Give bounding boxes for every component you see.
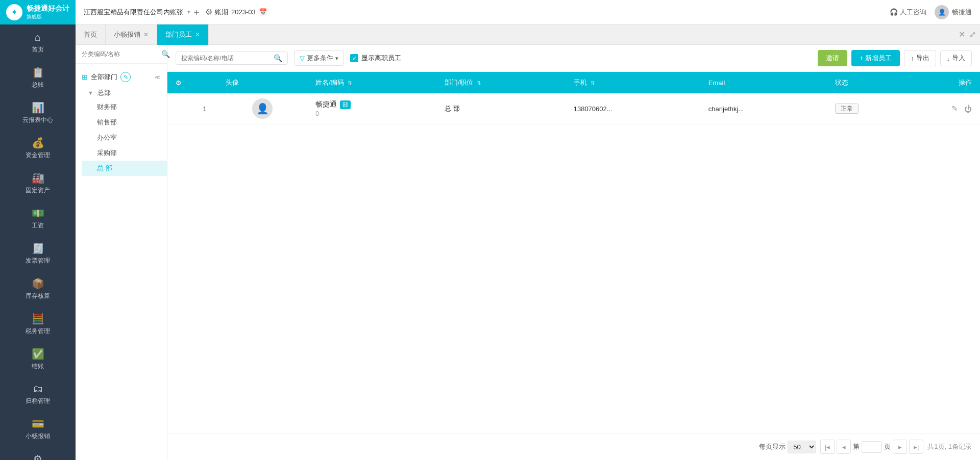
- filter-button[interactable]: ▽ 更多条件 ▾: [294, 50, 344, 66]
- dept-node-general[interactable]: 总 部: [82, 161, 167, 176]
- sidebar-item-assets[interactable]: 🏭 固定资产: [0, 165, 76, 200]
- period-label: 账期: [215, 8, 228, 17]
- th-action: 操作: [919, 72, 980, 93]
- page-size-select[interactable]: 50 20 100: [788, 441, 816, 453]
- th-dept[interactable]: 部门/职位 ⇅: [436, 72, 566, 93]
- avatar: 👤: [252, 98, 273, 119]
- sidebar-item-expense[interactable]: 💳 小畅报销: [0, 411, 76, 446]
- pagination: 每页显示 50 20 100 |◂ ◂ 第 1 页 ▸: [167, 433, 980, 460]
- sidebar-item-archive[interactable]: 🗂 归档管理: [0, 376, 76, 411]
- import-icon: ↓: [947, 55, 950, 62]
- import-button[interactable]: ↓ 导入: [940, 50, 972, 66]
- dept-tree-nodes: ▼ 总部 财务部 销售部 办公室 采购部 总 部: [76, 86, 167, 176]
- tab-expense-close[interactable]: ✕: [143, 31, 149, 38]
- th-name[interactable]: 姓名/编码 ⇅: [307, 72, 436, 93]
- employee-toolbar: 🔍 ▽ 更多条件 ▾ ✓ 显示离职员工 邀请 + 新增员工: [167, 45, 980, 72]
- tax-icon: 🧮: [32, 313, 44, 325]
- export-button[interactable]: ↑ 导出: [904, 50, 936, 66]
- dept-node-purchase[interactable]: 采购部: [82, 145, 167, 161]
- td-status: 正常: [827, 93, 919, 124]
- show-resign-label: 显示离职员工: [361, 54, 401, 63]
- tab-controls: ✕ ⤢: [959, 30, 980, 39]
- dept-search-input[interactable]: [82, 50, 158, 58]
- sidebar-label-archive: 归档管理: [26, 397, 50, 405]
- support-button[interactable]: 🎧 人工咨询: [890, 8, 926, 17]
- logout-icon[interactable]: ⏻: [964, 105, 972, 113]
- name-row: 畅捷通 部: [315, 100, 428, 109]
- sidebar-item-reports[interactable]: 📊 云报表中心: [0, 94, 76, 130]
- th-name-label: 姓名/编码: [315, 79, 344, 86]
- th-status-label: 状态: [835, 79, 848, 86]
- dept-node-office[interactable]: 办公室: [82, 130, 167, 145]
- sidebar-item-ledger[interactable]: 📋 总账: [0, 59, 76, 94]
- import-label: 导入: [952, 54, 965, 63]
- page-size-label: 每页显示: [759, 442, 786, 451]
- assets-icon: 🏭: [32, 172, 44, 184]
- sidebar-item-closing[interactable]: ✅ 结账: [0, 341, 76, 376]
- prev-page-button[interactable]: ◂: [837, 440, 851, 454]
- sidebar-label-finance: 资金管理: [26, 151, 50, 160]
- page-number-input[interactable]: 1: [862, 441, 882, 453]
- calendar-icon[interactable]: 📅: [259, 8, 267, 16]
- invite-button[interactable]: 邀请: [818, 50, 847, 66]
- app-logo[interactable]: ✦ 畅捷通好会计 旗舰版: [0, 0, 76, 24]
- add-account-button[interactable]: ＋: [190, 6, 203, 18]
- td-settings-cell: [167, 93, 192, 124]
- th-action-label: 操作: [959, 79, 972, 86]
- dept-all-header[interactable]: ⊞ 全部部门 ✎ ≪: [76, 68, 167, 86]
- collapse-icon[interactable]: ≪: [155, 74, 161, 81]
- th-phone[interactable]: 手机 ⇅: [566, 72, 700, 93]
- name-cell: 畅捷通 部 0: [315, 100, 428, 117]
- sidebar-item-inventory[interactable]: 📦 库存核算: [0, 270, 76, 305]
- tab-home-label: 首页: [84, 30, 97, 39]
- company-name: 江西服宝精品有限责任公司内账张: [84, 8, 183, 17]
- td-index: 1: [192, 93, 217, 124]
- inventory-icon: 📦: [32, 277, 44, 290]
- tab-expand-button[interactable]: ⤢: [969, 30, 976, 39]
- th-dept-label: 部门/职位: [445, 79, 473, 86]
- home-icon: ⌂: [35, 32, 41, 43]
- last-page-button[interactable]: ▸|: [909, 440, 923, 454]
- gear-icon[interactable]: ⚙: [203, 6, 215, 18]
- tab-home[interactable]: 首页: [76, 24, 106, 45]
- dept-node-sales[interactable]: 销售部: [82, 115, 167, 130]
- add-employee-button[interactable]: + 新增员工: [851, 50, 900, 66]
- dept-edit-button[interactable]: ✎: [120, 72, 131, 82]
- dept-node-finance[interactable]: 财务部: [82, 99, 167, 115]
- page-navigation: |◂ ◂ 第 1 页 ▸ ▸|: [820, 440, 923, 454]
- app-logo-icon: ✦: [6, 4, 22, 20]
- sidebar-item-salary[interactable]: 💵 工资: [0, 200, 76, 235]
- th-email-label: Email: [708, 79, 725, 87]
- first-page-button[interactable]: |◂: [820, 440, 835, 454]
- sidebar-label-closing: 结账: [32, 362, 44, 371]
- edit-icon[interactable]: ✎: [951, 104, 958, 113]
- sidebar-item-tax[interactable]: 🧮 税务管理: [0, 305, 76, 341]
- company-selector[interactable]: 江西服宝精品有限责任公司内账张 ▾: [84, 8, 190, 17]
- search-icon[interactable]: 🔍: [274, 54, 282, 62]
- main-layout: ⌂ 首页 📋 总账 📊 云报表中心 💰 资金管理 🏭 固定资产 💵 工资 🧾 发…: [0, 24, 980, 460]
- next-page-button[interactable]: ▸: [893, 440, 907, 454]
- sidebar-item-home[interactable]: ⌂ 首页: [0, 24, 76, 59]
- closing-icon: ✅: [32, 348, 44, 360]
- sidebar-label-invoice: 发票管理: [26, 257, 50, 265]
- employee-search-input[interactable]: [181, 55, 271, 62]
- archive-icon: 🗂: [33, 383, 43, 395]
- tab-close-button[interactable]: ✕: [959, 30, 965, 39]
- invoice-icon: 🧾: [32, 242, 44, 254]
- dept-all-icon: ⊞: [82, 73, 88, 81]
- td-name: 畅捷通 部 0: [307, 93, 436, 124]
- dept-node-root[interactable]: ▼ 总部: [82, 86, 167, 99]
- sidebar-item-invoice[interactable]: 🧾 发票管理: [0, 235, 76, 270]
- account-period: 账期 2023-03 📅: [215, 8, 267, 17]
- app-logo-sub: 旗舰版: [27, 13, 69, 20]
- sidebar-item-finance[interactable]: 💰 资金管理: [0, 130, 76, 165]
- show-resign-toggle[interactable]: ✓ 显示离职员工: [350, 54, 401, 63]
- sidebar-label-ledger: 总账: [32, 81, 44, 89]
- sidebar-item-settings[interactable]: ⚙ 基础设置: [0, 446, 76, 460]
- tab-expense[interactable]: 小畅报销 ✕: [106, 24, 157, 45]
- show-resign-checkbox[interactable]: ✓: [350, 54, 358, 62]
- user-info[interactable]: 👤 畅捷通: [935, 5, 972, 19]
- tab-employees-close[interactable]: ✕: [195, 31, 200, 38]
- th-settings[interactable]: ⚙: [167, 72, 192, 93]
- tab-employees[interactable]: 部门员工 ✕: [157, 24, 209, 45]
